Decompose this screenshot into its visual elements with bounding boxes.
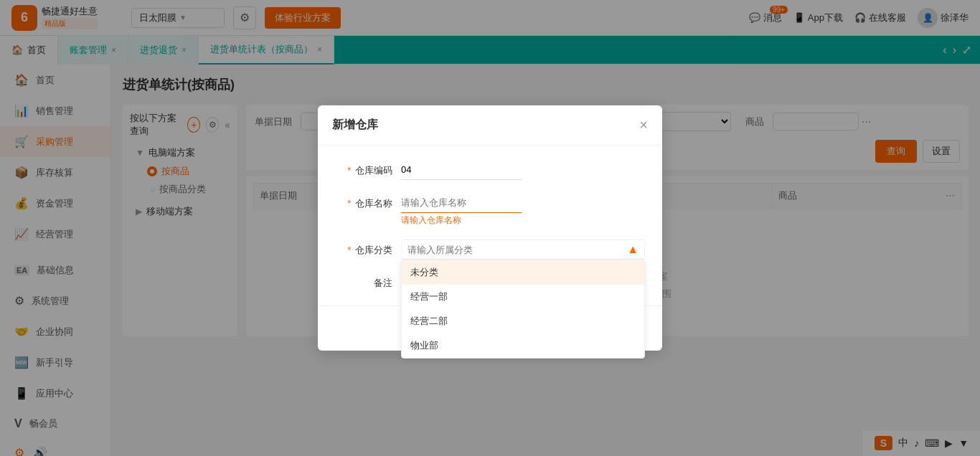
required-mark: * [347,165,351,176]
dropdown-item-dept2[interactable]: 经营二部 [402,309,644,333]
category-up-arrow: ▲ [627,243,639,256]
dropdown-item-unclassified[interactable]: 未分类 [402,260,644,285]
required-mark-name: * [347,198,351,209]
code-label: 仓库编码 [355,165,392,176]
category-wrapper: ▲ 未分类 经营一部 经营二部 物业部 [401,239,645,260]
modal-header: 新增仓库 × [318,105,662,146]
new-warehouse-modal: 新增仓库 × * 仓库编码 * 仓库名称 请输入仓库名称 [318,105,662,351]
category-input-row[interactable]: ▲ [401,239,645,260]
form-row-code: * 仓库编码 [335,160,645,180]
code-input[interactable] [401,160,522,180]
modal-close-button[interactable]: × [639,117,648,133]
dropdown-item-dept1[interactable]: 经营一部 [402,285,644,309]
category-dropdown: 未分类 经营一部 经营二部 物业部 [401,260,645,358]
name-input[interactable] [401,193,522,213]
form-row-name: * 仓库名称 请输入仓库名称 [335,193,645,227]
modal-title: 新增仓库 [332,118,378,133]
dropdown-item-property[interactable]: 物业部 [402,333,644,358]
required-mark-cat: * [347,244,351,255]
form-row-category: * 仓库分类 ▲ 未分类 经营一部 经营二部 [335,239,645,260]
name-error-msg: 请输入仓库名称 [401,214,645,227]
modal-body: * 仓库编码 * 仓库名称 请输入仓库名称 * 仓库分类 [318,146,662,293]
note-label: 备注 [374,277,392,288]
name-label: 仓库名称 [355,198,392,209]
category-label: 仓库分类 [355,244,392,255]
category-input[interactable] [407,244,627,255]
